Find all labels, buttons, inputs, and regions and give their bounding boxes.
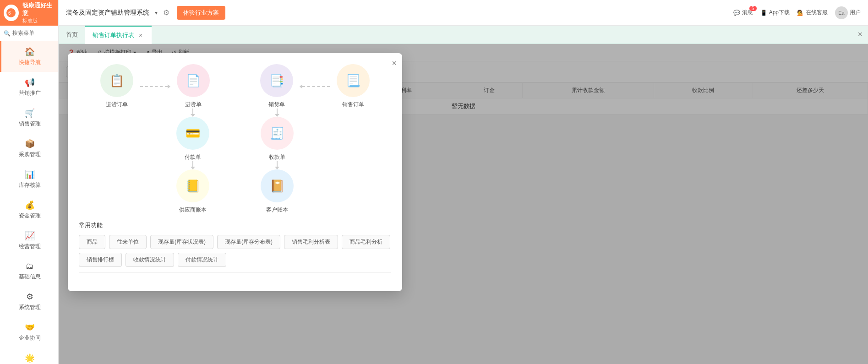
receipt-bill-label: 收款单 — [269, 153, 285, 161]
sales-bill-icon: 📑 — [260, 64, 293, 97]
system-title: 装备及固定资产辅助管理系统 — [66, 9, 149, 17]
purchase-order-label: 进货订单 — [106, 101, 128, 109]
func-btn-stock-dist[interactable]: 现存量(库存分布表) — [217, 235, 280, 249]
operation-icon: 📈 — [25, 231, 35, 241]
search-icon: 🔍 — [4, 30, 11, 37]
inventory-icon: 📊 — [25, 169, 35, 179]
message-badge: 5 — [749, 6, 757, 11]
logo: 6 畅康通好生意 标准版 — [0, 0, 58, 26]
settings-icon[interactable]: ⚙ — [163, 8, 169, 17]
modal-overlay[interactable]: × 📋 进货订单 — [59, 44, 868, 364]
service-icon: 💁 — [797, 10, 804, 16]
flow-diagram: 📋 进货订单 📄 进货单 — [79, 64, 391, 214]
flow-row-1: 📋 进货订单 📄 进货单 — [79, 64, 391, 109]
window-close-button[interactable]: × — [857, 30, 863, 39]
sidebar-item-inventory[interactable]: 📊 库存核算 — [0, 164, 58, 195]
flow-row-3: 📒 供应商账本 📔 客户账本 — [79, 169, 391, 214]
flow-item-purchase-bill[interactable]: 📄 进货单 — [177, 64, 210, 109]
flow-item-customer-account[interactable]: 📔 客户账本 — [261, 169, 294, 214]
flow-item-purchase-order[interactable]: 📋 进货订单 — [100, 64, 133, 109]
logo-text: 畅康通好生意 标准版 — [22, 2, 55, 24]
top-header: 装备及固定资产辅助管理系统 ▾ ⚙ 体验行业方案 💬 消息 5 📱 App下载 … — [59, 0, 868, 26]
enterprise-icon: 🤝 — [25, 322, 35, 332]
func-btn-product[interactable]: 商品 — [79, 235, 105, 249]
customer-account-label: 客户账本 — [266, 206, 288, 214]
payment-bill-label: 付款单 — [185, 153, 201, 161]
flow-arrows-down-2 — [79, 161, 391, 169]
func-btn-sales-margin[interactable]: 销售毛利分析表 — [284, 235, 338, 249]
func-buttons: 商品 往来单位 现存量(库存状况表) 现存量(库存分布表) 销售毛利分析表 商品… — [79, 235, 391, 249]
modal-scroll-inner — [79, 275, 390, 280]
sidebar: 6 畅康通好生意 标准版 🔍 搜索菜单 🏠 快捷导航 📢 营销推广 🛒 销售管理 — [0, 0, 59, 364]
down-arrow-payment — [176, 161, 209, 169]
svg-text:6: 6 — [8, 11, 11, 16]
common-functions: 常用功能 商品 往来单位 现存量(库存状况表) 现存量(库存分布表) 销售毛利分… — [79, 221, 391, 267]
sidebar-item-marketing[interactable]: 📢 营销推广 — [0, 72, 58, 103]
purchase-bill-icon: 📄 — [177, 64, 210, 97]
basic-icon: 🗂 — [26, 261, 34, 271]
app-download-item[interactable]: 📱 App下载 — [760, 9, 790, 16]
sales-icon: 🛒 — [25, 108, 35, 118]
sidebar-item-operation[interactable]: 📈 经营管理 — [0, 225, 58, 256]
func-btn-stock-status[interactable]: 现存量(库存状况表) — [150, 235, 213, 249]
func-btn-receipt-stats[interactable]: 收款情况统计 — [126, 253, 174, 267]
sidebar-item-newbie[interactable]: 🌟 新手引导 — [0, 348, 58, 364]
sidebar-item-system[interactable]: ⚙ 系统管理 — [0, 286, 58, 317]
modal-scrollbar[interactable] — [79, 272, 391, 280]
supplier-account-label: 供应商账本 — [179, 206, 207, 214]
online-service-item[interactable]: 💁 在线客服 — [797, 9, 828, 16]
purchase-icon: 📦 — [25, 139, 35, 149]
modal-close-button[interactable]: × — [392, 59, 397, 68]
func-btn-counterparty[interactable]: 往来单位 — [109, 235, 147, 249]
flow-item-supplier-account[interactable]: 📒 供应商账本 — [176, 169, 209, 214]
flow-item-sales-order[interactable]: 📃 销售订单 — [337, 64, 370, 109]
system-icon: ⚙ — [26, 292, 33, 302]
tab-close-button[interactable]: × — [137, 32, 144, 39]
tab-bar: 首页 销售订单执行表 × × — [59, 26, 868, 44]
message-item[interactable]: 💬 消息 5 — [733, 9, 753, 16]
user-item[interactable]: Ea 用户 — [835, 6, 861, 19]
trial-button[interactable]: 体验行业方案 — [177, 6, 225, 20]
finance-icon: 💰 — [25, 200, 35, 210]
sidebar-item-quick-nav[interactable]: 🏠 快捷导航 — [0, 41, 58, 72]
sidebar-item-purchase[interactable]: 📦 采购管理 — [0, 133, 58, 164]
sidebar-item-enterprise[interactable]: 🤝 企业协同 — [0, 317, 58, 348]
arrow-purchase-order-to-purchase-bill — [140, 84, 170, 89]
down-arrow-receipt — [261, 161, 294, 169]
modal: × 📋 进货订单 — [68, 53, 402, 291]
home-icon: 🏠 — [25, 47, 35, 57]
sidebar-item-finance[interactable]: 💰 资金管理 — [0, 195, 58, 225]
marketing-icon: 📢 — [25, 77, 35, 87]
tab-home[interactable]: 首页 — [59, 26, 85, 44]
main: 装备及固定资产辅助管理系统 ▾ ⚙ 体验行业方案 💬 消息 5 📱 App下载 … — [59, 0, 868, 364]
download-icon: 📱 — [760, 10, 767, 16]
purchase-order-icon: 📋 — [100, 64, 133, 97]
down-arrow-sales — [261, 109, 294, 117]
customer-account-icon: 📔 — [261, 169, 294, 202]
tab-sales-order[interactable]: 销售订单执行表 × — [85, 26, 152, 44]
sidebar-nav: 🏠 快捷导航 📢 营销推广 🛒 销售管理 📦 采购管理 📊 库存核算 💰 — [0, 41, 58, 364]
svg-point-0 — [6, 8, 16, 17]
func-btn-payment-stats[interactable]: 付款情况统计 — [178, 253, 226, 267]
system-dropdown[interactable]: ▾ — [155, 10, 158, 16]
receipt-bill-icon: 🧾 — [261, 117, 294, 150]
func-btn-product-margin[interactable]: 商品毛利分析 — [342, 235, 390, 249]
content-area: ❓ 帮助 🖨 按模板打印 ▾ ↗ 导出 ↺ 刷新 — [59, 44, 868, 364]
search-menu[interactable]: 🔍 搜索菜单 — [0, 26, 58, 41]
sales-order-icon: 📃 — [337, 64, 370, 97]
func-btn-sales-ranking[interactable]: 销售排行榜 — [79, 253, 122, 267]
sidebar-item-sales[interactable]: 🛒 销售管理 — [0, 103, 58, 133]
purchase-bill-label: 进货单 — [185, 101, 202, 109]
sales-bill-label: 销货单 — [268, 101, 285, 109]
sidebar-item-basic[interactable]: 🗂 基础信息 — [0, 256, 58, 286]
flow-row-2: 💳 付款单 🧾 收款单 — [79, 117, 391, 161]
avatar: Ea — [835, 6, 848, 19]
common-functions-title: 常用功能 — [79, 221, 391, 229]
flow-item-receipt-bill[interactable]: 🧾 收款单 — [261, 117, 294, 161]
logo-icon: 6 — [4, 5, 19, 21]
flow-item-payment-bill[interactable]: 💳 付款单 — [176, 117, 209, 161]
message-icon: 💬 — [733, 10, 740, 16]
sales-order-label: 销售订单 — [342, 101, 364, 109]
supplier-account-icon: 📒 — [176, 169, 209, 202]
flow-item-sales-bill[interactable]: 📑 销货单 — [260, 64, 293, 109]
